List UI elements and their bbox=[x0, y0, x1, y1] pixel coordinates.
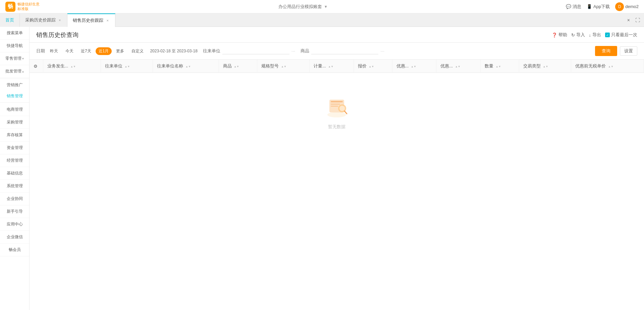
logo-icon: 畅 bbox=[5, 2, 15, 12]
sidebar-item-basic-info[interactable]: 基础信息 bbox=[0, 167, 29, 180]
partner-dots[interactable]: ··· bbox=[291, 48, 296, 54]
tab-purchase-history[interactable]: 采购历史价跟踪 × bbox=[20, 13, 67, 27]
tab-sales-history[interactable]: 销售历史价跟踪 × bbox=[67, 13, 115, 27]
svg-point-6 bbox=[339, 106, 345, 111]
query-button[interactable]: 查询 bbox=[595, 46, 617, 56]
th-discount2[interactable]: 优惠... ▲▼ bbox=[436, 60, 481, 73]
app-selector-label: 办公用品行业模拟账套 bbox=[278, 4, 322, 10]
message-icon: 💬 bbox=[566, 4, 571, 9]
data-table: ⚙ 业务发生... ▲▼ 往来单位 ▲▼ 往来单位名称 ▲▼ bbox=[30, 60, 644, 73]
sidebar-item-inventory[interactable]: 库存核算 bbox=[0, 129, 29, 142]
sidebar-item-system[interactable]: 系统管理 bbox=[0, 180, 29, 193]
table-header-row: ⚙ 业务发生... ▲▼ 往来单位 ▲▼ 往来单位名称 ▲▼ bbox=[30, 60, 644, 73]
svg-point-0 bbox=[327, 112, 346, 117]
date-btn-more[interactable]: 更多 bbox=[113, 47, 127, 55]
partner-filter-group: 往来单位 ··· bbox=[203, 48, 296, 54]
th-partner-code[interactable]: 往来单位 ▲▼ bbox=[101, 60, 153, 73]
chevron-down-icon[interactable]: ▾ bbox=[325, 4, 327, 9]
date-btn-custom[interactable]: 自定义 bbox=[128, 47, 147, 55]
help-icon: ❓ bbox=[552, 33, 557, 38]
sidebar-item-shortcuts[interactable]: 快捷导航 bbox=[0, 40, 29, 52]
sidebar-item-enterprise-collab[interactable]: 企业协同 bbox=[0, 193, 29, 205]
window-close-btn[interactable]: × bbox=[626, 16, 631, 24]
sort-arrows-discount1: ▲▼ bbox=[411, 65, 416, 68]
sidebar-item-marketing[interactable]: 营销推广 bbox=[0, 80, 29, 91]
sort-arrows-quantity: ▲▼ bbox=[496, 65, 501, 68]
sidebar-item-search[interactable]: 搜索菜单 bbox=[0, 27, 29, 40]
svg-rect-4 bbox=[331, 106, 338, 107]
product-filter-group: 商品 ··· bbox=[301, 48, 384, 54]
sidebar-item-vip[interactable]: 畅会员 bbox=[0, 244, 29, 256]
topbar-center: 办公用品行业模拟账套 ▾ bbox=[278, 4, 327, 10]
tab-home[interactable]: 首页 bbox=[0, 13, 20, 27]
user-menu[interactable]: D demo2 bbox=[615, 2, 639, 11]
tabbar-actions: × ⛶ bbox=[626, 16, 644, 24]
partner-input[interactable] bbox=[222, 48, 289, 54]
sidebar-item-finance[interactable]: 资金管理 bbox=[0, 142, 29, 154]
sort-arrows-trade-type: ▲▼ bbox=[543, 65, 548, 68]
th-biz-date[interactable]: 业务发生... ▲▼ bbox=[43, 60, 101, 73]
date-range-text: 2023-02-18 至 2023-03-18 bbox=[150, 48, 197, 54]
fullscreen-btn[interactable]: ⛶ bbox=[634, 16, 641, 24]
gear-icon[interactable]: ⚙ bbox=[34, 64, 38, 69]
th-quoted-price[interactable]: 报价 ▲▼ bbox=[354, 60, 392, 73]
sort-arrows-price-no-tax: ▲▼ bbox=[608, 65, 613, 68]
page-header: 销售历史价查询 ❓ 帮助 ↻ 导入 ↓ 导出 ✓ bbox=[30, 27, 644, 43]
sidebar-item-wholesale[interactable]: 批发管理 ▴ bbox=[0, 65, 29, 78]
help-btn[interactable]: ❓ 帮助 bbox=[552, 32, 567, 38]
phone-icon: 📱 bbox=[587, 4, 592, 9]
settings-button[interactable]: 设置 bbox=[620, 46, 637, 56]
th-spec[interactable]: 规格型号 ▲▼ bbox=[257, 60, 309, 73]
export-btn[interactable]: ↓ 导出 bbox=[589, 32, 601, 38]
date-filter-group: 日期 昨天 今天 近7天 近1月 更多 自定义 2023-02-18 至 202… bbox=[36, 47, 198, 55]
date-buttons: 昨天 今天 近7天 近1月 更多 自定义 bbox=[47, 47, 147, 55]
date-label: 日期 bbox=[36, 48, 45, 54]
th-product[interactable]: 商品 ▲▼ bbox=[219, 60, 257, 73]
date-btn-yesterday[interactable]: 昨天 bbox=[47, 47, 61, 55]
product-input[interactable] bbox=[311, 48, 378, 54]
sidebar-divider-2 bbox=[0, 102, 29, 103]
product-dots[interactable]: ··· bbox=[380, 48, 384, 54]
app-download-btn[interactable]: 📱 App下载 bbox=[587, 4, 610, 10]
th-price-no-tax[interactable]: 优惠前无税单价 ▲▼ bbox=[571, 60, 644, 73]
content-area: 销售历史价查询 ❓ 帮助 ↻ 导入 ↓ 导出 ✓ bbox=[30, 27, 644, 310]
sidebar-item-purchase[interactable]: 采购管理 bbox=[0, 116, 29, 129]
th-unit[interactable]: 计量... ▲▼ bbox=[309, 60, 354, 73]
retail-arrow-icon: ▾ bbox=[22, 57, 24, 60]
topbar-left: 畅 畅捷信好生意 标准版 bbox=[5, 2, 40, 12]
sort-arrows-quoted-price: ▲▼ bbox=[369, 65, 374, 68]
only-last-checkbox[interactable]: ✓ 只看最后一次 bbox=[605, 32, 637, 38]
th-quantity[interactable]: 数量 ▲▼ bbox=[481, 60, 519, 73]
topbar-right: 💬 消息 📱 App下载 D demo2 bbox=[566, 2, 639, 11]
svg-rect-3 bbox=[331, 104, 340, 105]
import-btn[interactable]: ↻ 导入 bbox=[571, 32, 585, 38]
date-btn-7days[interactable]: 近7天 bbox=[78, 47, 94, 55]
export-icon: ↓ bbox=[589, 33, 591, 38]
tab-purchase-close-btn[interactable]: × bbox=[58, 18, 62, 22]
sidebar-item-retail[interactable]: 零售管理 ▾ bbox=[0, 52, 29, 65]
th-gear[interactable]: ⚙ bbox=[30, 60, 43, 73]
tab-sales-close-btn[interactable]: × bbox=[105, 18, 109, 23]
topbar: 畅 畅捷信好生意 标准版 办公用品行业模拟账套 ▾ 💬 消息 📱 App下载 D… bbox=[0, 0, 644, 13]
sidebar-item-ecommerce[interactable]: 电商管理 bbox=[0, 103, 29, 116]
sidebar-item-operations[interactable]: 经营管理 bbox=[0, 154, 29, 167]
message-btn[interactable]: 💬 消息 bbox=[566, 4, 581, 10]
svg-line-7 bbox=[344, 111, 347, 114]
sidebar-item-app-center[interactable]: 应用中心 bbox=[0, 218, 29, 231]
empty-state: 暂无数据 bbox=[30, 73, 644, 150]
sidebar-item-guide[interactable]: 新手引导 bbox=[0, 205, 29, 218]
wholesale-arrow-icon: ▴ bbox=[22, 69, 24, 73]
page-actions: ❓ 帮助 ↻ 导入 ↓ 导出 ✓ 只看最后一次 bbox=[552, 32, 638, 38]
th-discount1[interactable]: 优惠... ▲▼ bbox=[392, 60, 436, 73]
filter-bar: 日期 昨天 今天 近7天 近1月 更多 自定义 2023-02-18 至 202… bbox=[30, 43, 644, 60]
date-btn-1month[interactable]: 近1月 bbox=[96, 47, 112, 55]
sort-arrows-spec: ▲▼ bbox=[281, 65, 286, 68]
th-trade-type[interactable]: 交易类型 ▲▼ bbox=[519, 60, 571, 73]
import-icon: ↻ bbox=[571, 33, 575, 38]
th-partner-name[interactable]: 往来单位名称 ▲▼ bbox=[153, 60, 219, 73]
sort-arrows-biz-date: ▲▼ bbox=[70, 65, 76, 68]
date-btn-today[interactable]: 今天 bbox=[62, 47, 76, 55]
sidebar-item-enterprise-wechat[interactable]: 企业微信 bbox=[0, 231, 29, 244]
sidebar-item-sales[interactable]: 销售管理 bbox=[0, 91, 29, 102]
tabbar: 首页 采购历史价跟踪 × 销售历史价跟踪 × × ⛶ bbox=[0, 13, 644, 27]
